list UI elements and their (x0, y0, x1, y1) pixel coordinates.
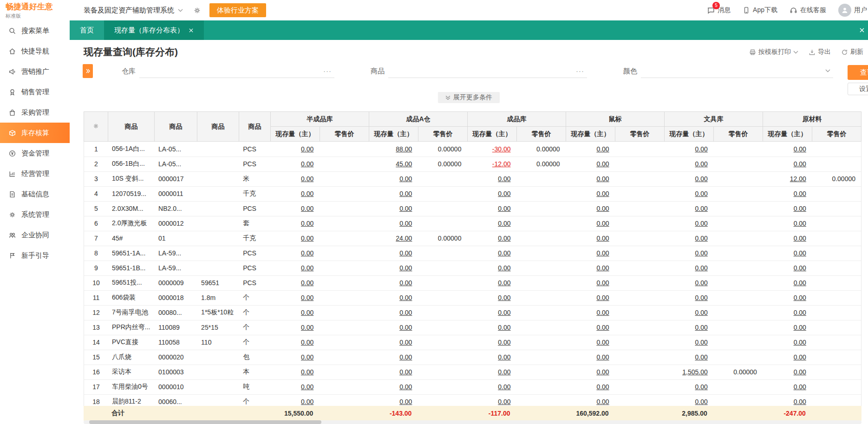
sidebar-item-base-info[interactable]: 基础信息 (0, 184, 70, 204)
color-select[interactable] (641, 64, 833, 78)
sidebar-item-purchase[interactable]: 采购管理 (0, 102, 70, 123)
qty-cell[interactable]: 0.00 (567, 350, 616, 365)
qty-cell[interactable]: 0.00 (665, 275, 714, 290)
trial-solution-button[interactable]: 体验行业方案 (209, 3, 266, 17)
sidebar-item-search[interactable]: 搜索菜单 (0, 20, 70, 41)
qty-cell[interactable]: 0.00 (665, 171, 714, 186)
qty-cell[interactable]: 0.00 (665, 290, 714, 305)
qty-cell[interactable]: 0.00 (764, 246, 813, 261)
expand-more-button[interactable]: 展开更多条件 (438, 92, 500, 103)
qty-cell[interactable]: 0.00 (764, 290, 813, 305)
qty-cell[interactable]: 88.00 (369, 142, 418, 157)
qty-cell[interactable]: 0.00 (271, 201, 320, 216)
qty-cell[interactable]: 0.00 (271, 275, 320, 290)
filter-settings-button[interactable]: 设置 (848, 83, 868, 95)
qty-cell[interactable]: 0.00 (764, 335, 813, 350)
tab-0[interactable]: 首页 (70, 20, 104, 40)
sidebar-item-quick-nav[interactable]: 快捷导航 (0, 41, 70, 61)
qty-cell[interactable]: 0.00 (665, 201, 714, 216)
export-button[interactable]: 导出 (809, 48, 831, 56)
qty-cell[interactable]: 0.00 (567, 201, 616, 216)
qty-cell[interactable]: 0.00 (764, 305, 813, 320)
qty-cell[interactable]: 0.00 (369, 335, 418, 350)
qty-cell[interactable]: 0.00 (567, 290, 616, 305)
qty-cell[interactable]: 0.00 (764, 157, 813, 171)
query-button[interactable]: 查询 (848, 65, 868, 80)
qty-cell[interactable]: -30.00 (468, 142, 517, 157)
system-select[interactable]: 装备及固定资产辅助管理系统 (84, 6, 183, 15)
tab-close-icon[interactable] (189, 28, 194, 33)
tab-1[interactable]: 现存量（库存分布表） (104, 20, 204, 40)
qty-cell[interactable]: 0.00 (665, 394, 714, 406)
qty-cell[interactable]: 0.00 (468, 365, 517, 379)
qty-cell[interactable]: 0.00 (468, 275, 517, 290)
qty-cell[interactable]: 0.00 (665, 186, 714, 201)
qty-cell[interactable]: 0.00 (764, 231, 813, 246)
qty-cell[interactable]: 0.00 (369, 320, 418, 335)
qty-cell[interactable]: 0.00 (567, 157, 616, 171)
refresh-button[interactable]: 刷新 (841, 48, 863, 56)
scrollbar-thumb[interactable] (89, 420, 321, 424)
qty-cell[interactable]: 0.00 (764, 320, 813, 335)
qty-cell[interactable]: 0.00 (665, 335, 714, 350)
warehouse-picker-icon[interactable]: ··· (323, 67, 332, 75)
qty-cell[interactable]: 0.00 (567, 171, 616, 186)
qty-cell[interactable]: 0.00 (567, 216, 616, 231)
qty-cell[interactable]: 0.00 (665, 379, 714, 394)
qty-cell[interactable]: 0.00 (468, 246, 517, 261)
qty-cell[interactable]: 0.00 (468, 216, 517, 231)
qty-cell[interactable]: 0.00 (468, 231, 517, 246)
qty-cell[interactable]: 0.00 (369, 275, 418, 290)
qty-cell[interactable]: 0.00 (468, 335, 517, 350)
qty-cell[interactable]: 0.00 (271, 261, 320, 275)
qty-cell[interactable]: 0.00 (369, 186, 418, 201)
qty-cell[interactable]: 0.00 (567, 275, 616, 290)
user-menu[interactable]: 用户 (838, 4, 867, 17)
qty-cell[interactable]: 0.00 (271, 142, 320, 157)
online-service-button[interactable]: 在线客服 (790, 6, 826, 14)
qty-cell[interactable]: 0.00 (468, 290, 517, 305)
product-input[interactable]: ··· (388, 64, 587, 78)
messages-button[interactable]: 5 消息 (707, 6, 731, 14)
sidebar-item-operations[interactable]: 经营管理 (0, 163, 70, 184)
sidebar-item-inventory[interactable]: 库存核算 (0, 123, 70, 143)
qty-cell[interactable]: 0.00 (271, 186, 320, 201)
qty-cell[interactable]: 0.00 (764, 275, 813, 290)
qty-cell[interactable]: 0.00 (567, 246, 616, 261)
qty-cell[interactable]: 0.00 (271, 157, 320, 171)
filter-collapse-button[interactable] (83, 64, 93, 78)
qty-cell[interactable]: 0.00 (369, 216, 418, 231)
qty-cell[interactable]: 0.00 (567, 305, 616, 320)
qty-cell[interactable]: 0.00 (369, 171, 418, 186)
qty-cell[interactable]: 0.00 (665, 231, 714, 246)
qty-cell[interactable]: 0.00 (468, 201, 517, 216)
qty-cell[interactable]: 0.00 (369, 365, 418, 379)
warehouse-input[interactable]: ··· (139, 64, 334, 78)
qty-cell[interactable]: 0.00 (764, 350, 813, 365)
qty-cell[interactable]: 0.00 (665, 157, 714, 171)
qty-cell[interactable]: 0.00 (567, 231, 616, 246)
qty-cell[interactable]: 0.00 (271, 394, 320, 406)
qty-cell[interactable]: 45.00 (369, 157, 418, 171)
print-template-button[interactable]: 按模板打印 (749, 48, 798, 56)
qty-cell[interactable]: 0.00 (567, 335, 616, 350)
qty-cell[interactable]: 0.00 (468, 261, 517, 275)
qty-cell[interactable]: 0.00 (764, 142, 813, 157)
qty-cell[interactable]: 0.00 (567, 320, 616, 335)
qty-cell[interactable]: 0.00 (271, 246, 320, 261)
sidebar-item-funds[interactable]: 资金管理 (0, 143, 70, 163)
qty-cell[interactable]: 0.00 (665, 350, 714, 365)
qty-cell[interactable]: 0.00 (665, 246, 714, 261)
sidebar-item-marketing[interactable]: 营销推广 (0, 61, 70, 82)
qty-cell[interactable]: 0.00 (764, 379, 813, 394)
sidebar-item-system[interactable]: 系统管理 (0, 204, 70, 225)
qty-cell[interactable]: 0.00 (271, 350, 320, 365)
qty-cell[interactable]: 0.00 (369, 305, 418, 320)
tabbar-close-all-icon[interactable] (856, 20, 868, 40)
qty-cell[interactable]: 0.00 (764, 201, 813, 216)
qty-cell[interactable]: 0.00 (764, 261, 813, 275)
qty-cell[interactable]: 0.00 (665, 261, 714, 275)
qty-cell[interactable]: 0.00 (271, 365, 320, 379)
qty-cell[interactable]: 0.00 (468, 305, 517, 320)
product-picker-icon[interactable]: ··· (576, 67, 584, 75)
